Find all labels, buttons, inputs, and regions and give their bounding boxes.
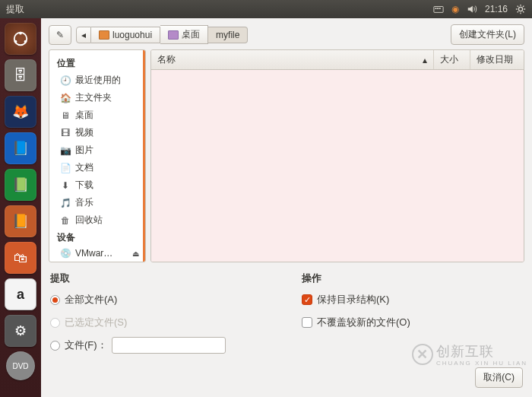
sound-indicator[interactable] — [467, 4, 477, 14]
radio-icon — [50, 295, 60, 305]
download-icon: ⬇ — [60, 180, 71, 191]
extract-dialog: ✎ ◂ luoguohui 桌面 myfile 创建文件夹(L) 位置 🕘最近使… — [41, 18, 532, 397]
file-list-area: 名称▴ 大小 修改日期 — [150, 49, 524, 262]
radio-icon — [50, 318, 60, 328]
operation-options: 操作 保持目录结构(K) 不覆盖较新的文件(O) — [302, 272, 523, 360]
svg-point-8 — [24, 40, 27, 43]
svg-rect-2 — [437, 8, 439, 9]
svg-point-7 — [14, 40, 17, 43]
gear-icon[interactable] — [515, 4, 526, 14]
options-area: 提取 全部文件(A) 已选定文件(S) 文件(F)： 操作 保持目录结构(K) … — [41, 267, 532, 367]
folder-icon — [168, 30, 179, 40]
check-keep-structure[interactable]: 保持目录结构(K) — [302, 291, 523, 308]
amazon-icon[interactable]: a — [5, 278, 36, 310]
place-recent[interactable]: 🕘最近使用的 — [49, 71, 145, 89]
keyboard-indicator[interactable] — [433, 4, 444, 14]
place-music[interactable]: 🎵音乐 — [49, 194, 145, 211]
window-title: 提取 — [6, 3, 24, 16]
radio-selected-files: 已选定文件(S) — [50, 314, 271, 331]
extract-options: 提取 全部文件(A) 已选定文件(S) 文件(F)： — [50, 272, 271, 360]
impress-icon[interactable]: 📙 — [5, 205, 36, 237]
file-list-header: 名称▴ 大小 修改日期 — [151, 50, 524, 70]
dialog-actions: 取消(C) — [41, 367, 532, 397]
check-no-overwrite[interactable]: 不覆盖较新的文件(O) — [302, 314, 523, 331]
breadcrumb-item-1[interactable]: 桌面 — [160, 25, 208, 44]
svg-rect-0 — [434, 7, 443, 13]
place-downloads[interactable]: ⬇下载 — [49, 176, 145, 194]
breadcrumb-item-0[interactable]: luoguohui — [91, 27, 160, 43]
checkbox-icon — [302, 317, 312, 328]
eject-icon[interactable]: ⏏ — [132, 249, 139, 258]
devices-header: 设备 — [49, 229, 145, 246]
place-desktop[interactable]: 🖥桌面 — [49, 106, 145, 124]
extract-header: 提取 — [50, 272, 271, 285]
firefox-icon[interactable]: 🦊 — [5, 96, 36, 128]
col-size[interactable]: 大小 — [434, 50, 470, 69]
breadcrumb: ◂ luoguohui 桌面 myfile — [76, 25, 248, 44]
place-home[interactable]: 🏠主文件夹 — [49, 89, 145, 106]
dash-icon[interactable] — [5, 23, 36, 55]
places-header: 位置 — [49, 55, 145, 71]
breadcrumb-item-2[interactable]: myfile — [208, 27, 248, 43]
top-panel: 提取 ◉ 21:16 — [0, 0, 532, 18]
folder-icon — [99, 30, 109, 40]
cancel-button[interactable]: 取消(C) — [475, 367, 523, 388]
trash-icon: 🗑 — [60, 215, 71, 226]
location-toolbar: ✎ ◂ luoguohui 桌面 myfile 创建文件夹(L) — [41, 18, 532, 49]
create-folder-button[interactable]: 创建文件夹(L) — [451, 24, 524, 45]
radio-all-files[interactable]: 全部文件(A) — [50, 291, 271, 308]
music-icon: 🎵 — [60, 198, 71, 208]
file-list[interactable] — [151, 70, 524, 262]
place-pictures[interactable]: 📷图片 — [49, 141, 145, 159]
svg-point-6 — [19, 32, 22, 35]
desktop-icon: 🖥 — [60, 110, 71, 121]
place-trash[interactable]: 🗑回收站 — [49, 211, 145, 229]
software-center-icon[interactable]: 🛍 — [5, 242, 36, 274]
dvd-icon[interactable]: DVD — [6, 351, 35, 380]
col-mtime[interactable]: 修改日期 — [470, 50, 524, 69]
place-videos[interactable]: 🎞视频 — [49, 124, 145, 141]
video-icon: 🎞 — [60, 128, 71, 138]
updates-indicator[interactable]: ◉ — [451, 4, 459, 14]
places-sidebar: 位置 🕘最近使用的 🏠主文件夹 🖥桌面 🎞视频 📷图片 📄文档 ⬇下载 🎵音乐 … — [49, 49, 146, 262]
device-vmware[interactable]: 💿VMwar…⏏ — [49, 246, 145, 261]
camera-icon: 📷 — [60, 145, 71, 156]
col-name[interactable]: 名称▴ — [151, 50, 434, 69]
breadcrumb-back[interactable]: ◂ — [76, 27, 91, 43]
radio-icon — [50, 341, 60, 351]
settings-icon[interactable]: ⚙ — [5, 315, 36, 347]
sort-asc-icon: ▴ — [423, 55, 427, 65]
disc-icon: 💿 — [60, 248, 71, 259]
svg-rect-3 — [439, 8, 441, 9]
operation-header: 操作 — [302, 272, 523, 285]
clock-icon: 🕘 — [60, 75, 71, 86]
files-pattern-input[interactable] — [112, 337, 226, 354]
checkbox-icon — [302, 294, 312, 305]
edit-path-button[interactable]: ✎ — [49, 25, 71, 45]
svg-rect-1 — [435, 8, 437, 9]
home-icon: 🏠 — [60, 93, 71, 103]
calc-icon[interactable]: 📗 — [5, 169, 36, 201]
clock[interactable]: 21:16 — [485, 4, 508, 14]
unity-launcher: 🗄 🦊 📘 📗 📙 🛍 a ⚙ DVD — [0, 18, 41, 397]
radio-files-pattern[interactable]: 文件(F)： — [50, 337, 271, 354]
writer-icon[interactable]: 📘 — [5, 132, 36, 164]
place-documents[interactable]: 📄文档 — [49, 159, 145, 176]
svg-point-4 — [518, 7, 522, 11]
files-icon[interactable]: 🗄 — [5, 59, 36, 91]
document-icon: 📄 — [60, 163, 71, 173]
